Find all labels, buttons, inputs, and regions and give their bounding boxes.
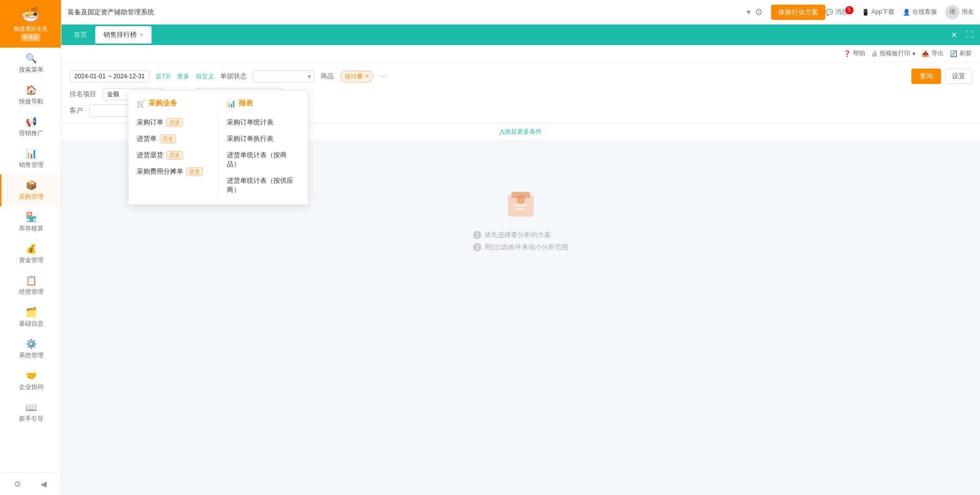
sidebar-item-purchase[interactable]: 📦采购管理 [0, 175, 61, 206]
sidebar-label-purchase: 采购管理 [19, 192, 44, 201]
topbar-actions: 💬 消息 5 📱 App下载 👤 在线客服 用 用友 [825, 5, 974, 19]
help-button[interactable]: ❓ 帮助 [843, 49, 865, 58]
goods-tag[interactable]: 设计桑 × [340, 71, 373, 82]
sidebar: 🍜 畅捷通好生意 标准版 🔍搜索菜单🏠快捷导航📢营销推广📊销售管理📦采购管理🏪库… [0, 0, 61, 495]
status-label: 单据状态 [220, 72, 247, 81]
collapse-up-icon: ⋀ [500, 128, 505, 136]
tab-sales-rank[interactable]: 销售排行榜 × [95, 26, 152, 44]
topbar-dropdown-arrow[interactable]: ▾ [747, 7, 751, 17]
purchase-order-badge: 历史 [166, 118, 183, 127]
tab-window-expand[interactable]: ⛶ [964, 28, 976, 42]
tab-home[interactable]: 首页 [66, 26, 95, 44]
industry-btn[interactable]: 体验行业方案 [771, 5, 825, 20]
date-range-picker[interactable]: 2024-01-01 ~ 2024-12-31 [70, 70, 150, 82]
status-select[interactable] [253, 70, 314, 82]
sidebar-label-enterprise: 企业协同 [19, 383, 44, 392]
service-icon: 👤 [903, 9, 910, 16]
print-label: 按模板打印 [880, 49, 910, 58]
help-icon: ❓ [843, 50, 851, 57]
sidebar-label-guide: 新手引导 [19, 415, 44, 423]
sidebar-item-enterprise[interactable]: 🤝企业协同 [0, 365, 61, 397]
menu-item-goods-return[interactable]: 进货退货 历史 [133, 147, 214, 163]
sidebar-item-finance[interactable]: 💰资金管理 [0, 238, 61, 270]
setting-button[interactable]: 设置 [945, 69, 972, 84]
notification-count: 5 [845, 6, 854, 14]
date-separator: ~ [108, 73, 111, 80]
sidebar-icon-sales: 📊 [26, 148, 37, 159]
menu-report-header: 📊 报表 [223, 97, 304, 112]
menu-purchase-column: 🛒 采购业务 采购订单 历史 进货单 历史 进货退货 历史 采购费用分摊单 [129, 97, 218, 198]
menu-item-report-4[interactable]: 进货单统计表（按供应商） [223, 173, 304, 198]
user-label: 用友 [962, 8, 974, 16]
goods-tag-close[interactable]: × [365, 73, 369, 80]
sidebar-label-basic: 基础信息 [19, 319, 44, 328]
refresh-button[interactable]: 🔄 刷新 [950, 49, 972, 58]
svg-rect-4 [517, 208, 525, 210]
sidebar-item-search[interactable]: 🔍搜索菜单 [0, 48, 61, 79]
sidebar-icon-quick: 🏠 [26, 84, 37, 96]
purchase-order-label: 采购订单 [137, 118, 163, 127]
menu-item-goods-receipt[interactable]: 进货单 历史 [133, 131, 214, 147]
date-quick-7days[interactable]: 近7天 [156, 72, 172, 81]
sidebar-icon-system: ⚙️ [26, 338, 37, 350]
purchase-fee-badge: 历史 [186, 167, 203, 176]
menu-item-report-3[interactable]: 进货单统计表（按商品） [223, 147, 304, 173]
sidebar-item-basic[interactable]: 🗂️基础信息 [0, 302, 61, 333]
sidebar-item-quick[interactable]: 🏠快捷导航 [0, 79, 61, 111]
report-3-label: 进货单统计表（按商品） [227, 150, 300, 169]
collapse-button[interactable]: ◀ [31, 477, 57, 491]
export-label: 导出 [931, 49, 944, 58]
sidebar-item-operation[interactable]: 📋经营管理 [0, 270, 61, 302]
content-area: ❓ 帮助 🖨 按模板打印 ▾ 📤 导出 🔄 刷新 2024-01-01 [61, 45, 980, 495]
online-service-action[interactable]: 👤 在线客服 [903, 8, 937, 16]
empty-tips: 1 请先选择要分析的方案 2 用[过滤]条件来缩小分析范围 [473, 230, 568, 255]
report-header-icon: 📊 [227, 99, 236, 107]
svg-rect-3 [515, 205, 527, 206]
sidebar-logo: 🍜 畅捷通好生意 标准版 [0, 0, 61, 48]
settings-button[interactable]: ⚙ [4, 477, 31, 491]
menu-item-purchase-order[interactable]: 采购订单 历史 [133, 114, 214, 131]
menu-item-report-1[interactable]: 采购订单统计表 [223, 114, 304, 131]
purchase-header-icon: 🛒 [137, 99, 145, 107]
user-action[interactable]: 用 用友 [945, 5, 974, 19]
sidebar-item-marketing[interactable]: 📢营销推广 [0, 111, 61, 143]
tab-window-close[interactable]: ✕ [949, 28, 960, 42]
app-download-label: App下载 [871, 8, 894, 16]
empty-tip-1: 1 请先选择要分析的方案 [473, 230, 568, 240]
empty-tip-2: 2 用[过滤]条件来缩小分析范围 [473, 243, 568, 252]
goods-return-label: 进货退货 [137, 150, 163, 160]
tab-sales-rank-label: 销售排行榜 [103, 30, 137, 39]
menu-report-column: 📊 报表 采购订单统计表 采购订单执行表 进货单统计表（按商品） 进货单统计表（… [218, 97, 308, 198]
tabbar: 首页 销售排行榜 × ✕ ⛶ [61, 25, 980, 45]
sidebar-item-system[interactable]: ⚙️系统管理 [0, 333, 61, 365]
date-quick-custom[interactable]: 自定义 [196, 72, 214, 81]
topbar-settings-icon[interactable]: ⚙ [755, 7, 763, 18]
tab-close-icon[interactable]: × [140, 31, 143, 38]
menu-item-report-2[interactable]: 采购订单执行表 [223, 131, 304, 147]
query-button[interactable]: 查询 [911, 69, 941, 84]
goods-ellipsis[interactable]: ··· [380, 72, 387, 81]
notification-icon: 💬 [825, 9, 833, 16]
sidebar-icon-finance: 💰 [26, 243, 37, 254]
date-quick-more[interactable]: 更多 [177, 72, 189, 81]
sidebar-label-finance: 资金管理 [19, 256, 44, 265]
export-button[interactable]: 📤 导出 [922, 49, 944, 58]
goods-receipt-badge: 历史 [160, 135, 176, 143]
tip-text-2: 用[过滤]条件来缩小分析范围 [484, 243, 568, 252]
sidebar-icon-search: 🔍 [26, 53, 37, 64]
report-1-label: 采购订单统计表 [227, 118, 273, 127]
rank-label: 排名项目 [70, 90, 96, 99]
sidebar-item-sales[interactable]: 📊销售管理 [0, 143, 61, 175]
menu-item-purchase-fee[interactable]: 采购费用分摊单 历史 [133, 163, 214, 180]
sidebar-icon-inventory: 🏪 [26, 211, 37, 223]
empty-illustration [495, 181, 546, 222]
print-button[interactable]: 🖨 按模板打印 ▾ [871, 49, 915, 58]
sidebar-item-guide[interactable]: 📖新手引导 [0, 397, 61, 428]
notification-action[interactable]: 💬 消息 5 [825, 8, 854, 16]
tabbar-icons: ✕ ⛶ [949, 28, 976, 42]
app-download-action[interactable]: 📱 App下载 [862, 8, 894, 16]
sidebar-item-inventory[interactable]: 🏪库存核算 [0, 206, 61, 238]
goods-receipt-label: 进货单 [137, 134, 157, 143]
refresh-icon: 🔄 [950, 50, 957, 57]
tip-num-2: 2 [473, 243, 481, 251]
